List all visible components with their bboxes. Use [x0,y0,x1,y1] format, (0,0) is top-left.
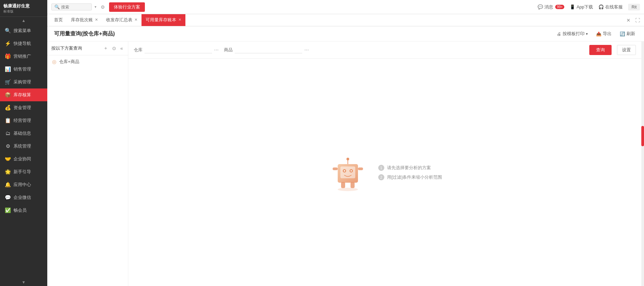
sidebar-label-inventory: 库存核算 [14,92,31,98]
purchase-icon: 🛒 [5,79,11,85]
sidebar-item-enterprise[interactable]: 🤝企业协同 [0,153,47,165]
sidebar-item-wechat[interactable]: 💬企业微信 [0,191,47,204]
logo-title: 畅康通好生意 [3,3,44,9]
close-tab-button[interactable]: ✕ [625,17,632,24]
scheme-icon: ◎ [52,59,56,65]
tab-available-ledger[interactable]: 可用量库存账本✕ [141,14,185,26]
filter-sidebar: 按以下方案查询 ＋ ⊙ « ◎ 仓库+商品 [47,42,128,286]
print-chevron-icon: ▾ [586,32,588,36]
filter-header: 按以下方案查询 ＋ ⊙ « [47,42,128,55]
sidebar-label-app: 应用中心 [14,182,31,188]
sidebar-label-purchase: 采购管理 [14,79,31,85]
close-tab-receipt-summary[interactable]: ✕ [134,18,137,22]
trial-button[interactable]: 体验行业方案 [109,2,145,12]
online-service-label: 在线客服 [605,4,623,10]
system-icon: ⚙ [5,143,11,149]
inventory-icon: 📦 [5,92,11,98]
svg-rect-9 [358,167,363,170]
online-service-action[interactable]: 🎧 在线客服 [598,4,623,10]
refresh-icon: 🔄 [620,31,625,36]
main-panel: 🔍 ▾ ⚙ 体验行业方案 💬 消息 99+ 📱 App下载 🎧 在线客服 Rit [47,0,644,286]
sidebar-item-operation[interactable]: 📋经营管理 [0,114,47,127]
sidebar-item-finance[interactable]: 💰资金管理 [0,101,47,114]
query-button[interactable]: 查询 [589,45,612,55]
collapse-filter-button[interactable]: « [119,45,124,51]
sidebar-item-inventory[interactable]: 📦库存核算 [0,88,47,101]
scrollbar-thumb[interactable] [641,126,644,146]
tab-label-home: 首页 [54,17,63,23]
tab-home[interactable]: 首页 [50,14,67,26]
sidebar-item-shortcut[interactable]: ⚡快捷导航 [0,37,47,50]
message-badge: 99+ [555,5,564,9]
close-tab-batch-account[interactable]: ✕ [95,18,98,22]
sidebar-label-member: 畅会员 [14,207,27,213]
settings-gear-icon[interactable]: ⚙ [99,4,106,10]
refresh-label: 刷新 [626,31,635,37]
export-button[interactable]: 📤 导出 [594,30,614,38]
sidebar-label-wechat: 企业微信 [14,194,31,201]
sidebar-item-basic[interactable]: 🗂基础信息 [0,127,47,140]
content-area: 按以下方案查询 ＋ ⊙ « ◎ 仓库+商品 仓库 ··· [47,42,644,286]
app-download-action[interactable]: 📱 App下载 [570,4,593,10]
product-dots-button[interactable]: ··· [304,47,309,53]
maximize-tab-button[interactable]: ⛶ [634,17,641,24]
print-label: 按模板打印 [563,31,585,37]
tabbar: 首页库存批次账✕收发存汇总表✕可用量库存账本✕ ✕ ⛶ [47,14,644,26]
sidebar-item-member[interactable]: ✅畅会员 [0,204,47,217]
right-scrollbar[interactable] [641,42,644,286]
user-menu[interactable]: Rit [628,4,640,10]
column-settings-button[interactable]: 设置 [617,45,636,55]
sidebar-item-search[interactable]: 🔍搜索菜单 [0,24,47,37]
search-icon: 🔍 [5,28,11,34]
tabbar-right-actions: ✕ ⛶ [625,17,641,24]
sidebar-item-sales[interactable]: 📊销售管理 [0,63,47,76]
sales-icon: 📊 [5,66,11,72]
message-action[interactable]: 💬 消息 99+ [538,4,564,10]
sidebar-item-app[interactable]: 🔔应用中心 [0,178,47,191]
svg-point-7 [346,158,349,160]
sidebar-item-newbie[interactable]: 🌟新手引导 [0,165,47,178]
product-label: 商品 [224,47,233,53]
enterprise-icon: 🤝 [5,156,11,162]
tab-label-available-ledger: 可用量库存账本 [146,17,176,23]
logo-subtitle: 标准版 [3,9,44,14]
warehouse-input[interactable] [145,47,212,53]
edit-filter-button[interactable]: ⊙ [111,45,117,51]
filter-header-label: 按以下方案查询 [51,45,82,51]
sidebar-menu: 🔍搜索菜单⚡快捷导航🎁营销推广📊销售管理🛒采购管理📦库存核算💰资金管理📋经营管理… [0,24,47,279]
page-header-actions: 🖨 按模板打印 ▾ 📤 导出 🔄 刷新 [555,30,637,38]
warehouse-dots-button[interactable]: ··· [214,47,218,53]
close-tab-available-ledger[interactable]: ✕ [178,18,181,22]
add-filter-button[interactable]: ＋ [102,45,109,52]
page-title: 可用量查询(按仓库+商品) [54,30,115,37]
sidebar-item-system[interactable]: ⚙系统管理 [0,140,47,153]
page-header: 可用量查询(按仓库+商品) 🖨 按模板打印 ▾ 📤 导出 🔄 刷新 [47,26,644,42]
scheme-label: 仓库+商品 [59,59,79,65]
tab-receipt-summary[interactable]: 收发存汇总表✕ [102,14,141,26]
export-icon: 📤 [596,31,601,36]
topbar-search-box[interactable]: 🔍 [51,3,92,10]
refresh-button[interactable]: 🔄 刷新 [618,30,637,38]
query-bar: 仓库 ··· 商品 ··· 查询 设置 [128,42,641,59]
empty-illustration [328,152,368,193]
sidebar-scroll-up[interactable]: ▲ [0,17,47,24]
search-chevron-icon[interactable]: ▾ [95,5,97,9]
tab-batch-account[interactable]: 库存批次账✕ [67,14,102,26]
sidebar-label-newbie: 新手引导 [14,169,31,175]
search-input[interactable] [61,5,88,9]
tip-text-2: 用[过滤]条件来缩小分析范围 [387,174,442,180]
sidebar-item-purchase[interactable]: 🛒采购管理 [0,76,47,88]
product-input[interactable] [235,47,302,53]
topbar-actions: 💬 消息 99+ 📱 App下载 🎧 在线客服 Rit [538,4,640,10]
sidebar-label-shortcut: 快捷导航 [14,41,31,47]
product-field: 商品 ··· [224,47,309,53]
sidebar-item-marketing[interactable]: 🎁营销推广 [0,50,47,63]
empty-state: 1 请先选择要分析的方案 2 用[过滤]条件来缩小分析范围 [128,59,641,286]
sidebar-scroll-down[interactable]: ▼ [0,279,47,286]
message-icon: 💬 [538,4,543,9]
shortcut-icon: ⚡ [5,41,11,47]
tip-text-1: 请先选择要分析的方案 [387,165,431,171]
sidebar-label-marketing: 营销推广 [14,53,31,59]
print-button[interactable]: 🖨 按模板打印 ▾ [555,30,590,38]
filter-scheme-item[interactable]: ◎ 仓库+商品 [47,55,128,68]
